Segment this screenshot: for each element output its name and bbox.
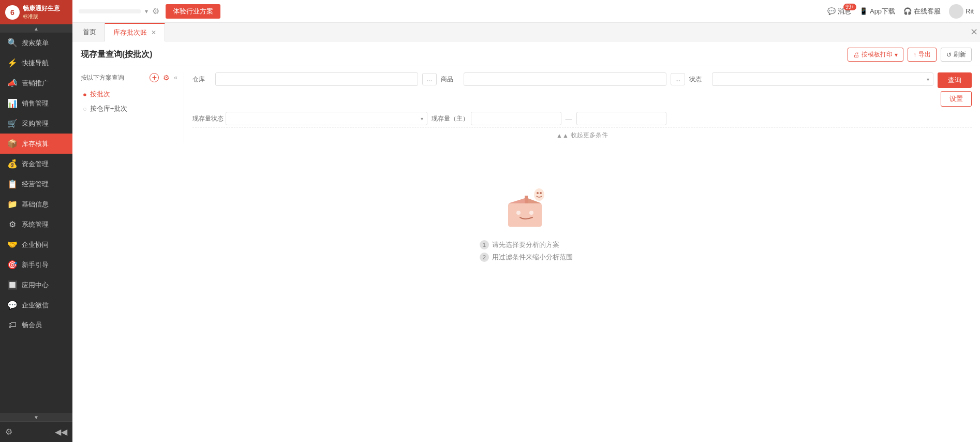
topbar-settings-icon[interactable]: ⚙ <box>152 6 159 16</box>
chart-icon: 📊 <box>7 98 18 108</box>
sidebar-item-basics[interactable]: 📁 基础信息 <box>0 194 72 214</box>
search-icon: 🔍 <box>7 38 18 48</box>
sidebar-item-search[interactable]: 🔍 搜索菜单 <box>0 33 72 53</box>
sidebar-item-operations[interactable]: 📋 经营管理 <box>0 174 72 194</box>
tab-inventory-batch-label: 库存批次账 <box>113 28 147 37</box>
sidebar-item-label: 畅会员 <box>22 320 42 330</box>
app-download-btn[interactable]: 📱 App下载 <box>859 7 895 16</box>
phone-icon: 📱 <box>859 7 868 15</box>
online-service-btn[interactable]: 🎧 在线客服 <box>903 7 941 16</box>
sidebar-item-member[interactable]: 🏷 畅会员 <box>0 315 72 335</box>
settings-btn[interactable]: 设置 <box>941 91 972 107</box>
tabs-bar: 首页 库存批次账 ✕ ✕ <box>72 23 980 41</box>
warehouse-label: 仓库 <box>192 75 213 84</box>
trial-btn[interactable]: 体验行业方案 <box>166 4 220 19</box>
sidebar-item-marketing[interactable]: 📣 营销推广 <box>0 73 72 93</box>
empty-illustration <box>500 180 552 232</box>
topbar-right: 💬 消息 99+ 📱 App下载 🎧 在线客服 Rit <box>827 4 974 19</box>
topbar-search-input[interactable] <box>79 9 141 13</box>
svg-rect-0 <box>508 203 542 227</box>
filter-plan-actions: + ⚙ « <box>150 72 177 83</box>
product-input[interactable] <box>464 72 666 86</box>
sidebar-item-label: 企业协同 <box>22 240 49 249</box>
export-btn[interactable]: ↑ 导出 <box>908 48 937 62</box>
folder-icon: 📁 <box>7 199 18 209</box>
filter-fields-panel: 仓库 ... 商品 ... 状态 <box>184 72 972 143</box>
collapse-more-label: 收起更多条件 <box>571 131 608 140</box>
sidebar-item-label: 应用中心 <box>22 281 49 290</box>
warehouse-dots-btn[interactable]: ... <box>422 73 437 85</box>
svg-point-6 <box>534 188 544 201</box>
money-icon: 💰 <box>7 159 18 169</box>
notifications-btn[interactable]: 💬 消息 99+ <box>827 7 851 16</box>
target-icon: 🎯 <box>7 260 18 270</box>
sidebar-scroll-down[interactable]: ▼ <box>0 413 72 421</box>
panel-right-close-btn[interactable]: ✕ <box>970 26 978 38</box>
notification-badge: 99+ <box>843 4 856 10</box>
sidebar-item-enterprise[interactable]: 🤝 企业协同 <box>0 234 72 255</box>
company-name: 畅康通好生意 <box>23 4 60 13</box>
topbar-dropdown-arrow[interactable]: ▾ <box>145 8 148 15</box>
filter-option-by-warehouse-batch[interactable]: ○ 按仓库+批次 <box>81 101 177 116</box>
plan-settings-btn[interactable]: ⚙ <box>162 72 171 83</box>
tab-inventory-batch[interactable]: 库存批次账 ✕ <box>105 23 165 41</box>
collapse-up-icon: ▲▲ <box>556 132 569 139</box>
refresh-icon: ↺ <box>946 51 952 58</box>
main-area: ▾ ⚙ 体验行业方案 💬 消息 99+ 📱 App下载 🎧 在线客服 Rit <box>72 0 980 442</box>
svg-point-8 <box>540 192 542 194</box>
stock-qty-from-input[interactable] <box>471 112 561 125</box>
user-avatar-btn[interactable]: Rit <box>949 4 974 19</box>
sidebar-item-quick-nav[interactable]: ⚡ 快捷导航 <box>0 53 72 73</box>
app-logo: 6 <box>5 5 20 20</box>
option-radio-icon: ● <box>83 91 87 98</box>
stock-status-select[interactable] <box>226 112 427 125</box>
footer-settings-icon[interactable]: ⚙ <box>5 427 12 437</box>
username-label: Rit <box>966 7 974 15</box>
tab-home[interactable]: 首页 <box>75 23 105 41</box>
footer-collapse-icon[interactable]: ◀◀ <box>55 427 67 437</box>
sidebar-item-label: 企业微信 <box>22 301 49 310</box>
range-separator: — <box>566 115 572 123</box>
add-plan-btn[interactable]: + <box>150 73 159 82</box>
sidebar-item-wechat[interactable]: 💬 企业微信 <box>0 295 72 315</box>
sidebar-item-inventory[interactable]: 📦 库存核算 <box>0 134 72 154</box>
filter-option-label: 按仓库+批次 <box>90 104 128 113</box>
refresh-btn[interactable]: ↺ 刷新 <box>941 48 972 62</box>
empty-tip-2: 2 用过滤条件来缩小分析范围 <box>480 253 573 262</box>
filter-collapse-icon[interactable]: « <box>174 74 177 81</box>
filter-option-by-batch[interactable]: ● 按批次 <box>81 87 177 101</box>
tab-close-icon[interactable]: ✕ <box>151 29 156 36</box>
filter-plan-title: 按以下方案查询 <box>81 73 124 82</box>
svg-point-5 <box>529 211 533 215</box>
refresh-label: 刷新 <box>954 50 966 59</box>
sidebar-item-sales[interactable]: 📊 销售管理 <box>0 93 72 113</box>
grid-icon: 🔲 <box>7 280 18 290</box>
collapse-more-btn[interactable]: ▲▲ 收起更多条件 <box>192 127 972 143</box>
sidebar-item-newbie[interactable]: 🎯 新手引导 <box>0 255 72 275</box>
empty-tip-1: 1 请先选择要分析的方案 <box>480 240 573 249</box>
app-download-label: App下载 <box>870 7 895 16</box>
box-icon: 📦 <box>7 139 18 149</box>
sidebar-item-finance[interactable]: 💰 资金管理 <box>0 154 72 174</box>
stock-qty-to-input[interactable] <box>576 112 667 125</box>
page-header: 现存量查询(按批次) 🖨 按模板打印 ▾ ↑ 导出 ↺ 刷新 <box>72 41 980 66</box>
sidebar-item-purchase[interactable]: 🛒 采购管理 <box>0 113 72 134</box>
svg-marker-1 <box>508 198 525 203</box>
sidebar-item-label: 基础信息 <box>22 200 49 209</box>
sidebar-item-label: 新手引导 <box>22 260 49 270</box>
product-dots-btn[interactable]: ... <box>671 73 685 85</box>
sidebar-scroll-up[interactable]: ▲ <box>0 24 72 33</box>
empty-tips: 1 请先选择要分析的方案 2 用过滤条件来缩小分析范围 <box>480 240 573 262</box>
sidebar-item-label: 营销推广 <box>22 79 49 88</box>
tab-home-label: 首页 <box>83 27 96 37</box>
page-content: 现存量查询(按批次) 🖨 按模板打印 ▾ ↑ 导出 ↺ 刷新 <box>72 41 980 442</box>
warehouse-input[interactable] <box>215 72 418 86</box>
gear-icon: ⚙ <box>7 219 18 229</box>
query-btn[interactable]: 查询 <box>938 72 972 88</box>
sidebar-item-system[interactable]: ⚙ 系统管理 <box>0 214 72 234</box>
sidebar-item-apps[interactable]: 🔲 应用中心 <box>0 275 72 295</box>
filter-section: 按以下方案查询 + ⚙ « ● 按批次 ○ 按仓库+批次 <box>72 66 980 149</box>
status-select[interactable] <box>712 72 933 86</box>
print-btn[interactable]: 🖨 按模板打印 ▾ <box>848 48 903 62</box>
clipboard-icon: 📋 <box>7 179 18 189</box>
